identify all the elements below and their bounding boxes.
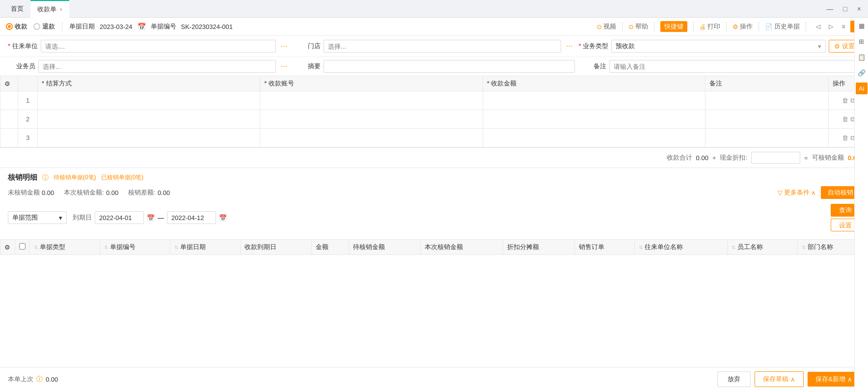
row-amount-cell[interactable]: [483, 129, 705, 147]
abandon-button[interactable]: 放弃: [717, 371, 751, 387]
calendar-to-icon[interactable]: 📅: [219, 214, 227, 222]
range-select[interactable]: 单据范围 ▾: [8, 211, 67, 224]
form-area-row2: 业务员 ··· 摘要 备注: [0, 57, 868, 76]
carry-info-icon[interactable]: ⓘ: [36, 375, 43, 384]
btable-select-all[interactable]: [19, 243, 26, 250]
print-link[interactable]: 🖨 打印: [700, 22, 720, 31]
history-link[interactable]: 📄 历史单据: [765, 22, 800, 31]
shortcut-link[interactable]: 快捷键: [660, 21, 687, 32]
discount-input[interactable]: [751, 152, 800, 164]
row-delete-icon[interactable]: 🗑: [842, 115, 848, 123]
radio-refund[interactable]: 退款: [33, 22, 55, 31]
row-settle-cell[interactable]: [38, 91, 260, 110]
net-label: 可核销金额: [812, 153, 844, 162]
summary-input[interactable]: [324, 60, 574, 73]
table-col-remark: 备注: [705, 76, 828, 91]
table-gear-header[interactable]: ⚙: [0, 76, 18, 91]
row-settle-cell[interactable]: [38, 110, 260, 129]
btable-col-pending: 待核销金额: [349, 240, 420, 255]
bill-date-calendar-icon[interactable]: 📅: [137, 23, 146, 30]
date-from-input[interactable]: [95, 211, 144, 224]
help-icon: ⊙: [628, 23, 634, 30]
toolbar-divider6: [759, 22, 759, 31]
main-container: 收款 退款 单据日期 2023-03-24 📅 单据编号 SK-20230324…: [0, 18, 868, 391]
btable-col-sales: 销售订单: [574, 240, 634, 255]
row-amount-cell[interactable]: [483, 91, 705, 110]
diff-value: 0.00: [158, 189, 170, 196]
panel-left-icon[interactable]: ◁: [812, 21, 824, 32]
panel-list-icon[interactable]: ≡: [838, 21, 849, 32]
row-settle-cell[interactable]: [38, 129, 260, 147]
biz-type-select[interactable]: 预收款 ▾: [611, 40, 826, 53]
radio-receipt[interactable]: 收款: [6, 22, 27, 31]
done-tab[interactable]: 已核销单据(0笔): [101, 173, 144, 182]
panel-right-icon[interactable]: ▷: [825, 21, 837, 32]
remark-input[interactable]: [609, 60, 860, 73]
toolbar-right: ⊙ 视频 ⊙ 帮助 快捷键 🖨 打印 ⚙ 操作: [597, 21, 862, 32]
calendar-from-icon[interactable]: 📅: [147, 214, 155, 222]
row-delete-icon[interactable]: 🗑: [842, 97, 848, 104]
btable-col-type: ⇅ 单据类型: [30, 240, 100, 255]
sidebar-icon-table[interactable]: ▦: [856, 20, 868, 31]
biz-type-label: * 业务类型: [579, 42, 609, 51]
sidebar-icon-link[interactable]: 🔗: [856, 67, 868, 79]
more-filters-label: 更多条件: [784, 188, 810, 197]
sidebar-icon-clipboard[interactable]: 📋: [856, 51, 868, 63]
toolbar-divider5: [726, 22, 727, 31]
staff-input[interactable]: [38, 60, 276, 73]
radio-receipt-label: 收款: [15, 22, 27, 31]
counterpart-more-icon[interactable]: ···: [279, 42, 289, 51]
biz-type-value: 预收款: [616, 42, 635, 51]
tab-home[interactable]: 首页: [4, 0, 30, 18]
row-remark-cell[interactable]: [705, 129, 828, 147]
store-label: 门店: [293, 42, 321, 51]
row-account-cell[interactable]: [260, 129, 483, 147]
close-button[interactable]: ×: [854, 4, 864, 14]
counterpart-input[interactable]: [41, 40, 276, 53]
row-account-cell[interactable]: [260, 91, 483, 110]
hexiao-info-icon[interactable]: ⓘ: [42, 173, 49, 182]
print-label: 打印: [707, 22, 720, 31]
current-hexiao-value: 0.00: [106, 189, 118, 196]
row-gear-cell: [0, 110, 18, 129]
unclaimed-stat: 未核销金额 0.00: [8, 188, 54, 197]
bill-date-value: 2023-03-24: [100, 23, 133, 30]
btable-col-counterpart: ⇅ 往来单位名称: [634, 240, 727, 255]
bill-no-label: 单据编号: [151, 22, 176, 31]
help-link[interactable]: ⊙ 帮助: [628, 22, 648, 31]
operation-link[interactable]: ⚙ 操作: [732, 22, 753, 31]
tab-receipt-close[interactable]: ×: [59, 1, 62, 18]
date-to-input[interactable]: [167, 211, 216, 224]
help-label: 帮助: [635, 22, 648, 31]
summary-row: 收款合计 0.00 + 现金折扣: = 可核销金额 0.00: [0, 148, 868, 168]
row-remark-cell[interactable]: [705, 91, 828, 110]
store-more-icon[interactable]: ···: [564, 42, 574, 51]
query-row: 单据范围 ▾ 到期日 📅 — 📅 查询 设置: [8, 204, 860, 231]
carry-label: 本单上次: [8, 375, 33, 384]
row-remark-cell[interactable]: [705, 110, 828, 129]
more-filters-link[interactable]: ▽ 更多条件 ∧: [778, 188, 816, 197]
minimize-button[interactable]: —: [823, 4, 836, 14]
settings-label: 设置: [842, 42, 855, 51]
store-input[interactable]: [324, 40, 561, 53]
row-account-cell[interactable]: [260, 110, 483, 129]
btable-checkbox-col[interactable]: [15, 240, 30, 255]
sidebar-icon-grid[interactable]: ⊞: [856, 35, 868, 47]
tab-receipt[interactable]: 收款单 ×: [30, 0, 69, 18]
maximize-button[interactable]: □: [840, 4, 850, 14]
btable-gear-col[interactable]: ⚙: [0, 240, 15, 255]
sidebar-icon-ai[interactable]: Ai: [856, 83, 868, 94]
save-draft-button[interactable]: 保存草稿 ∧: [755, 371, 804, 387]
staff-row: 业务员 ···: [8, 60, 289, 73]
window-controls: — □ ×: [823, 4, 864, 14]
staff-more-icon[interactable]: ···: [279, 62, 289, 71]
row-delete-icon[interactable]: 🗑: [842, 134, 848, 141]
right-sidebar: ▦ ⊞ 📋 🔗 Ai: [854, 18, 868, 391]
video-link[interactable]: ⊙ 视频: [597, 22, 616, 31]
bottom-table: ⚙ ⇅ 单据类型 ⇅ 单据编号 ⇅ 单据日期: [0, 239, 868, 255]
bill-date-label: 单据日期: [69, 22, 95, 31]
tab-bar: 首页 收款单 × — □ ×: [0, 0, 868, 18]
pending-tab[interactable]: 待核销单据(0笔): [54, 173, 96, 182]
row-amount-cell[interactable]: [483, 110, 705, 129]
save-new-button[interactable]: 保存&新增 ∧: [808, 372, 860, 387]
